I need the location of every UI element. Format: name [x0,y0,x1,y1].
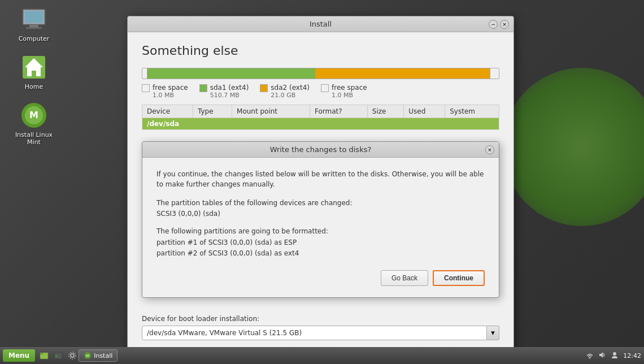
home-icon [20,54,47,81]
install-window: Install − × Something else [127,16,514,364]
sound-icon[interactable] [598,351,606,361]
device-select-value[interactable]: /dev/sda VMware, VMware Virtual S (21.5 … [142,326,487,340]
dialog-titlebar: Write the changes to disks? × [142,142,499,158]
svg-text:M: M [86,354,89,358]
col-used: Used [404,105,445,118]
window-controls: − × [489,20,509,29]
taskbar-file-manager-icon[interactable] [38,349,50,362]
write-changes-dialog: Write the changes to disks? × If you con… [142,141,499,298]
svg-marker-19 [599,352,603,358]
legend-name-sda1: sda1 (ext4) [210,84,249,92]
partition-free2 [490,68,499,79]
partition-bar [142,68,499,79]
legend-item-free2: free space 1.0 MB [321,84,367,99]
svg-rect-2 [29,25,38,27]
partition-legend: free space 1.0 MB sda1 (ext4) 510.7 MB [142,84,499,99]
network-icon[interactable] [586,351,594,361]
legend-text-sda1: sda1 (ext4) 510.7 MB [210,84,249,99]
legend-size-sda2: 21.0 GB [271,92,310,99]
minimize-button[interactable]: − [489,20,498,29]
svg-text:>_: >_ [55,354,60,358]
dialog-container: Write the changes to disks? × If you con… [128,141,514,298]
user-icon[interactable] [611,351,619,361]
legend-text-sda2: sda2 (ext4) 21.0 GB [271,84,310,99]
dialog-formatting-line-1: partition #1 of SCSI3 (0,0,0) (sda) as E… [156,237,485,248]
legend-color-sda1 [199,84,207,92]
col-size: Size [367,105,404,118]
legend-color-sda2 [260,84,268,92]
dialog-close-button[interactable]: × [485,145,494,154]
col-mount: Mount point [232,105,310,118]
taskbar-right: 12:42 [586,351,641,361]
continue-button[interactable]: Continue [433,270,485,286]
legend-item-free1: free space 1.0 MB [142,84,188,99]
dialog-partition-tables-label: The partition tables of the following de… [156,198,485,209]
partition-bar-container: free space 1.0 MB sda1 (ext4) 510.7 MB [142,68,499,99]
legend-size-free1: 1.0 MB [153,92,188,99]
device-select-arrow[interactable]: ▾ [487,326,499,340]
col-type: Type [193,105,232,118]
legend-size-free2: 1.0 MB [332,92,367,99]
dialog-partition-tables-section: The partition tables of the following de… [156,198,485,219]
legend-color-free1 [142,84,150,92]
col-device: Device [142,105,193,118]
device-selector-label: Device for boot loader installation: [142,315,499,323]
install-icon-label: Install Linux Mint [11,131,56,146]
col-system: System [445,105,499,118]
legend-item-sda2: sda2 (ext4) 21.0 GB [260,84,310,99]
svg-point-18 [589,357,591,358]
go-back-button[interactable]: Go Back [381,270,428,286]
dialog-title: Write the changes to disks? [270,145,372,154]
svg-text:M: M [29,110,38,120]
computer-icon-label: Computer [19,35,50,42]
legend-item-sda1: sda1 (ext4) 510.7 MB [199,84,249,99]
home-icon-label: Home [25,83,43,90]
mint-logo-decoration [503,68,644,226]
legend-text-free2: free space 1.0 MB [332,84,367,99]
taskbar: Menu >_ [0,347,644,364]
svg-rect-3 [26,27,42,29]
partition-sda2 [315,68,490,79]
computer-icon [20,6,47,33]
desktop-icon-home[interactable]: Home [11,54,56,90]
dialog-formatting-section: The following partitions are going to be… [156,226,485,259]
menu-button[interactable]: Menu [3,349,35,362]
svg-point-14 [71,354,74,357]
taskbar-install-button[interactable]: M Install [79,349,118,362]
dialog-description: If you continue, the changes listed belo… [156,169,485,189]
partition-free1 [142,68,147,79]
window-titlebar: Install − × [128,16,514,32]
legend-name-sda2: sda2 (ext4) [271,84,310,92]
install-icon: M [20,102,47,129]
taskbar-install-label: Install [94,352,112,359]
desktop-icon-computer[interactable]: Computer [11,6,56,42]
desktop-icons: Computer Home M Install Linux Mint [11,6,56,146]
legend-color-free2 [321,84,329,92]
dialog-content: If you continue, the changes listed belo… [142,158,499,297]
dialog-formatting-label: The following partitions are going to be… [156,226,485,237]
taskbar-items: >_ [38,349,79,362]
dialog-partition-tables-devices: SCSI3 (0,0,0) (sda) [156,209,485,219]
svg-point-20 [613,352,616,356]
legend-text-free1: free space 1.0 MB [153,84,188,99]
desktop-icon-install[interactable]: M Install Linux Mint [11,102,56,146]
desktop: Computer Home M Install Linux Mint [0,0,644,364]
window-title: Install [310,20,332,28]
bottom-section: Device for boot loader installation: /de… [128,298,514,349]
svg-point-15 [69,352,76,359]
dialog-buttons: Go Back Continue [156,270,485,286]
clock: 12:42 [623,352,641,359]
device-name: /dev/sda [142,118,499,130]
col-format: Format? [310,105,368,118]
legend-name-free1: free space [153,84,188,92]
taskbar-terminal-icon[interactable]: >_ [52,349,64,362]
table-row-sda[interactable]: /dev/sda [142,118,499,130]
legend-size-sda1: 510.7 MB [210,92,249,99]
window-content: Something else free space 1.0 MB [128,32,514,141]
taskbar-settings-icon[interactable] [66,349,79,362]
svg-rect-4 [25,11,43,23]
dialog-formatting-line-2: partition #2 of SCSI3 (0,0,0) (sda) as e… [156,248,485,259]
device-selector: /dev/sda VMware, VMware Virtual S (21.5 … [142,326,499,340]
legend-name-free2: free space [332,84,367,92]
close-button[interactable]: × [500,20,509,29]
